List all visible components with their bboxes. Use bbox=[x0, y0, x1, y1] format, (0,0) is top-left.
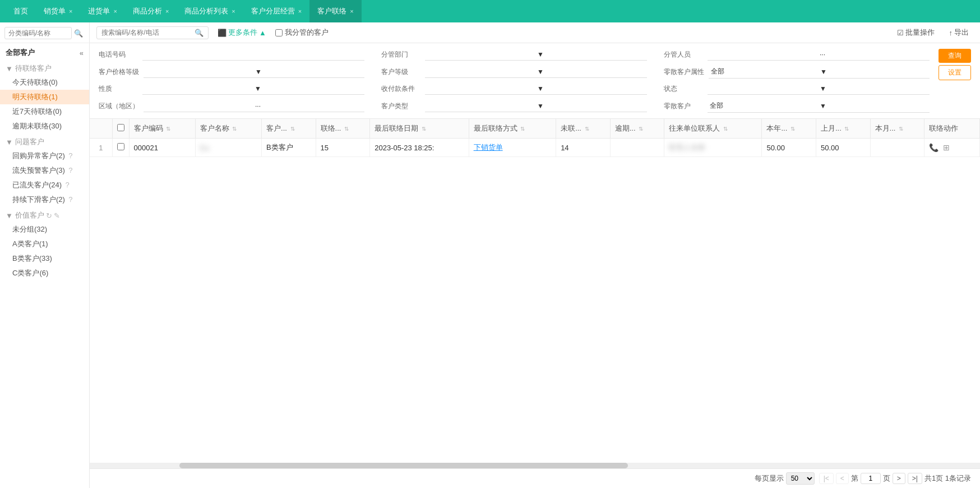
horizontal-scrollbar[interactable] bbox=[90, 463, 980, 468]
td-checkbox bbox=[112, 139, 129, 157]
nav-home[interactable]: 首页 bbox=[6, 0, 36, 22]
th-last-contact-date[interactable]: 最后联络日期 ⇅ bbox=[370, 119, 469, 139]
th-name[interactable]: 客户名称 ⇅ bbox=[195, 119, 261, 139]
th-uncontact[interactable]: 未联... ⇅ bbox=[556, 119, 611, 139]
th-last-month[interactable]: 上月... ⇅ bbox=[816, 119, 870, 139]
row-checkbox[interactable] bbox=[117, 143, 124, 150]
sort-icon: ⇅ bbox=[232, 126, 237, 132]
filter-select-dept[interactable]: ▼ bbox=[425, 49, 647, 61]
sidebar-item-declining[interactable]: 持续下滑客户(2) ? bbox=[0, 192, 89, 207]
nav-customer-contact[interactable]: 客户联络 × bbox=[309, 0, 361, 22]
prev-page-button[interactable]: < bbox=[836, 473, 849, 484]
edit-icon[interactable]: ✎ bbox=[54, 211, 60, 220]
grid-icon[interactable]: ⊞ bbox=[943, 143, 950, 152]
ellipsis-icon[interactable]: ··· bbox=[820, 50, 927, 58]
th-this-month[interactable]: 本月... ⇅ bbox=[870, 119, 924, 139]
filter-select-payment[interactable]: ▼ bbox=[425, 83, 647, 95]
search-icon[interactable]: 🔍 bbox=[195, 29, 204, 37]
next-page-button[interactable]: > bbox=[893, 473, 905, 484]
close-icon[interactable]: × bbox=[165, 8, 169, 15]
th-type[interactable]: 客户... ⇅ bbox=[262, 119, 316, 139]
collapse-icon[interactable]: « bbox=[80, 49, 84, 57]
batch-operations-button[interactable]: ☑ 批量操作 bbox=[893, 26, 939, 39]
my-customers-checkbox[interactable] bbox=[275, 29, 283, 36]
filter-select-retail-customer[interactable]: 全部 ▼ bbox=[708, 99, 930, 113]
chevron-down-icon: ▼ bbox=[255, 68, 362, 76]
page-number-input[interactable] bbox=[861, 473, 881, 484]
first-page-button[interactable]: |< bbox=[819, 473, 834, 484]
sidebar-item-7days-contact[interactable]: 近7天待联络(0) bbox=[0, 104, 89, 119]
arrow-icon: ▼ bbox=[6, 65, 13, 73]
help-icon[interactable]: ? bbox=[68, 151, 72, 160]
td-contact-count: 15 bbox=[316, 139, 370, 157]
filter-select-customer-type[interactable]: ▼ bbox=[425, 100, 647, 112]
chevron-down-icon: ▼ bbox=[820, 85, 927, 93]
sort-icon: ⇅ bbox=[520, 126, 525, 132]
chevron-down-icon: ▼ bbox=[537, 85, 645, 93]
filter-select-nature[interactable]: ▼ bbox=[142, 83, 364, 95]
sidebar-search-input[interactable] bbox=[4, 27, 72, 39]
filter-cell-phone: 电话号码 bbox=[99, 49, 364, 61]
page-size-select[interactable]: 50 100 200 bbox=[786, 472, 815, 485]
close-icon[interactable]: × bbox=[113, 8, 117, 15]
filter-row-1: 电话号码 分管部门 ▼ 分管人员 bbox=[99, 49, 930, 61]
nav-purchase-order[interactable]: 进货单 × bbox=[80, 0, 124, 22]
filter-cell-dept: 分管部门 ▼ bbox=[381, 49, 647, 61]
th-code[interactable]: 客户编码 ⇅ bbox=[129, 119, 195, 139]
all-customers-title[interactable]: 全部客户 « bbox=[0, 43, 89, 60]
refresh-icon[interactable]: ↻ bbox=[46, 211, 52, 220]
filter-select-person[interactable]: ··· bbox=[708, 49, 930, 61]
chevron-down-icon: ▼ bbox=[255, 85, 362, 93]
nav-product-analysis-list[interactable]: 商品分析列表 × bbox=[177, 0, 243, 22]
sidebar-item-class-c[interactable]: C类客户(6) bbox=[0, 266, 89, 280]
filter-input-phone[interactable] bbox=[142, 49, 364, 61]
sort-icon: ⇅ bbox=[290, 126, 295, 132]
th-this-year[interactable]: 本年... ⇅ bbox=[762, 119, 816, 139]
export-button[interactable]: ↑ 导出 bbox=[945, 26, 974, 39]
sidebar-item-churned[interactable]: 已流失客户(24) ? bbox=[0, 178, 89, 192]
phone-icon[interactable]: 📞 bbox=[929, 143, 939, 152]
sidebar-item-repurchase-abnormal[interactable]: 回购异常客户(2) ? bbox=[0, 149, 89, 163]
last-page-button[interactable]: >| bbox=[908, 473, 922, 484]
sidebar-item-class-a[interactable]: A类客户(1) bbox=[0, 237, 89, 251]
filter-select-price-level[interactable]: ▼ bbox=[144, 66, 364, 78]
sidebar-item-ungrouped[interactable]: 未分组(32) bbox=[0, 222, 89, 237]
sidebar-item-churn-warning[interactable]: 流失预警客户(3) ? bbox=[0, 163, 89, 178]
nav-product-analysis[interactable]: 商品分析 × bbox=[125, 0, 177, 22]
scrollbar-thumb[interactable] bbox=[179, 463, 628, 468]
customer-name-blurred: Ea bbox=[200, 144, 209, 152]
select-all-checkbox[interactable] bbox=[117, 124, 124, 131]
close-icon[interactable]: × bbox=[298, 8, 302, 15]
chevron-up-icon: ▲ bbox=[259, 29, 266, 37]
filter-select-retail-attr[interactable]: 全部 ▼ bbox=[709, 65, 930, 79]
help-icon[interactable]: ? bbox=[68, 166, 72, 174]
nav-customer-layered[interactable]: 客户分层经营 × bbox=[243, 0, 309, 22]
sidebar-item-overdue-contact[interactable]: 逾期未联络(30) bbox=[0, 119, 89, 133]
filter-select-status[interactable]: ▼ bbox=[708, 83, 930, 95]
filter-select-customer-level[interactable]: ▼ bbox=[425, 66, 647, 78]
help-icon[interactable]: ? bbox=[68, 195, 72, 204]
td-last-contact-method[interactable]: 下销货单 bbox=[469, 139, 556, 157]
more-filters-button[interactable]: ⬛ 更多条件 ▲ bbox=[213, 26, 271, 39]
filter-select-region[interactable]: ··· bbox=[144, 100, 364, 112]
th-contact-count[interactable]: 联络... ⇅ bbox=[316, 119, 370, 139]
sidebar-item-tomorrow-contact[interactable]: 明天待联络(1) bbox=[0, 90, 89, 104]
close-icon[interactable]: × bbox=[350, 8, 353, 15]
close-icon[interactable]: × bbox=[69, 8, 72, 15]
reset-button[interactable]: 设置 bbox=[939, 65, 971, 80]
filter-icon: ⬛ bbox=[218, 29, 226, 37]
query-button[interactable]: 查询 bbox=[939, 49, 971, 63]
sidebar-item-class-b[interactable]: B类客户(33) bbox=[0, 251, 89, 266]
search-input[interactable] bbox=[101, 29, 192, 36]
nav-sales-order[interactable]: 销货单 × bbox=[36, 0, 80, 22]
ellipsis-icon[interactable]: ··· bbox=[255, 102, 362, 110]
sidebar-item-today-contact[interactable]: 今天待联络(0) bbox=[0, 75, 89, 90]
th-last-contact-method[interactable]: 最后联络方式 ⇅ bbox=[469, 119, 556, 139]
th-company-contact[interactable]: 往来单位联系人 ⇅ bbox=[664, 119, 762, 139]
close-icon[interactable]: × bbox=[232, 8, 235, 15]
th-overdue[interactable]: 逾期... ⇅ bbox=[610, 119, 664, 139]
chevron-down-icon: ▼ bbox=[537, 102, 645, 110]
help-icon[interactable]: ? bbox=[65, 181, 69, 189]
filter-label-retail-customer: 零散客户 bbox=[664, 102, 703, 111]
sidebar-search-icon[interactable]: 🔍 bbox=[74, 29, 83, 38]
